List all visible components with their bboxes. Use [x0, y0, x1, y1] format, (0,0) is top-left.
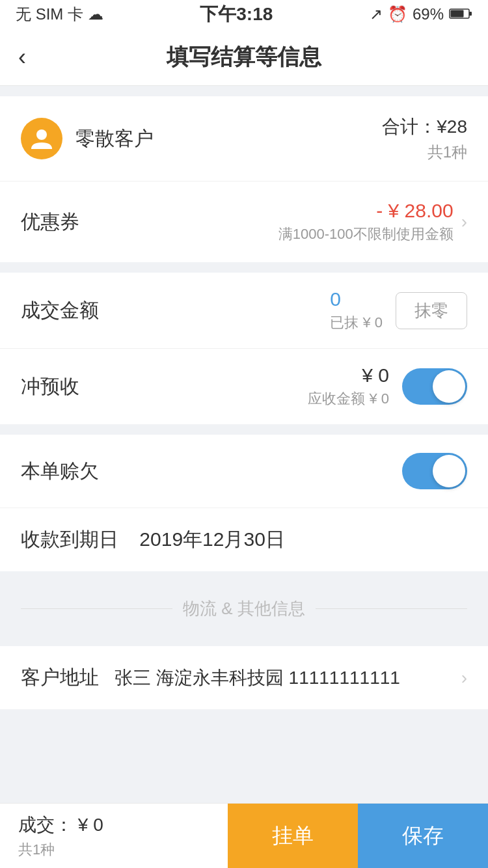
status-bar-right: ↗ ⏰ 69% [370, 5, 472, 23]
deal-section: 成交金额 0 已抹 ¥ 0 抹零 冲预收 ¥ 0 应收金额 ¥ 0 [0, 273, 488, 424]
svg-rect-2 [450, 10, 463, 18]
bottom-bar: 成交： ¥ 0 共1种 挂单 保存 [0, 803, 488, 868]
customer-section: 零散客户 合计：¥28 共1种 优惠券 - ¥ 28.00 满1000-100不… [0, 96, 488, 262]
alarm-icon: ⏰ [388, 5, 407, 23]
status-bar-left: 无 SIM 卡 ☁ [16, 4, 103, 25]
location-icon: ↗ [370, 5, 383, 23]
deal-row: 成交金额 0 已抹 ¥ 0 抹零 [0, 273, 488, 349]
save-button[interactable]: 保存 [358, 804, 488, 868]
toggle-knob [433, 370, 465, 403]
customer-row: 零散客户 合计：¥28 共1种 [0, 96, 488, 181]
no-sim-label: 无 SIM 卡 ☁ [16, 4, 103, 25]
bottom-deal-label: 成交： [18, 815, 73, 835]
nav-bar: ‹ 填写结算等信息 [0, 29, 488, 86]
due-label: 收款到期日 [21, 528, 118, 550]
coupon-chevron-icon: › [461, 211, 467, 232]
customer-right: 合计：¥28 共1种 [382, 115, 467, 163]
coupon-label: 优惠券 [21, 209, 79, 236]
credit-row: 本单赊欠 [0, 435, 488, 508]
bottom-count: 共1种 [18, 840, 210, 860]
battery-label: 69% [413, 5, 444, 23]
deal-right: 0 已抹 ¥ 0 抹零 [330, 288, 467, 332]
coupon-desc: 满1000-100不限制使用金额 [278, 224, 454, 244]
status-bar: 无 SIM 卡 ☁ 下午3:18 ↗ ⏰ 69% [0, 0, 488, 29]
customer-avatar [21, 118, 62, 159]
prepay-row: 冲预收 ¥ 0 应收金额 ¥ 0 [0, 349, 488, 424]
logistics-section: 物流 & 其他信息 [0, 582, 488, 636]
deal-value: 0 [330, 288, 383, 310]
main-content: 零散客户 合计：¥28 共1种 优惠券 - ¥ 28.00 满1000-100不… [0, 96, 488, 785]
prepay-toggle[interactable] [402, 368, 467, 405]
credit-toggle[interactable] [402, 453, 467, 489]
status-bar-time: 下午3:18 [200, 2, 273, 27]
customer-left: 零散客户 [21, 118, 154, 159]
svg-point-3 [36, 129, 47, 140]
deal-value-col: 0 已抹 ¥ 0 [330, 288, 383, 332]
prepay-value: ¥ 0 [308, 364, 389, 387]
battery-icon [449, 5, 472, 23]
coupon-right: - ¥ 28.00 满1000-100不限制使用金额 › [278, 200, 467, 244]
page-title: 填写结算等信息 [167, 42, 321, 72]
prepay-info: ¥ 0 应收金额 ¥ 0 [308, 364, 389, 409]
round-zero-button[interactable]: 抹零 [396, 292, 467, 329]
prepay-sub: 应收金额 ¥ 0 [308, 389, 389, 409]
back-button[interactable]: ‹ [18, 44, 26, 71]
coupon-info: - ¥ 28.00 满1000-100不限制使用金额 [278, 200, 454, 244]
prepay-label: 冲预收 [21, 373, 79, 400]
address-section: 客户地址 张三 海淀永丰科技园 11111111111 › [0, 646, 488, 709]
logistics-label: 物流 & 其他信息 [183, 597, 305, 620]
coupon-row[interactable]: 优惠券 - ¥ 28.00 满1000-100不限制使用金额 › [0, 181, 488, 262]
hang-button[interactable]: 挂单 [228, 804, 358, 868]
credit-section: 本单赊欠 收款到期日 2019年12月30日 [0, 435, 488, 571]
logistics-header: 物流 & 其他信息 [0, 582, 488, 636]
due-date: 2019年12月30日 [139, 528, 284, 550]
bottom-deal-value: ¥ 0 [78, 815, 103, 835]
credit-toggle-knob [433, 455, 465, 487]
address-label: 客户地址 [21, 664, 99, 691]
prepay-right: ¥ 0 应收金额 ¥ 0 [308, 364, 467, 409]
svg-rect-1 [469, 12, 472, 16]
address-chevron-icon: › [461, 668, 467, 688]
deal-sub: 已抹 ¥ 0 [330, 313, 383, 332]
deal-label: 成交金额 [21, 297, 99, 324]
customer-total: 合计：¥28 [382, 115, 467, 139]
bottom-info: 成交： ¥ 0 共1种 [0, 804, 228, 868]
prepay-left: 冲预收 [21, 373, 79, 400]
address-value: 张三 海淀永丰科技园 11111111111 [115, 666, 461, 690]
address-row[interactable]: 客户地址 张三 海淀永丰科技园 11111111111 › [0, 646, 488, 709]
customer-count: 共1种 [382, 142, 467, 163]
due-row: 收款到期日 2019年12月30日 [0, 508, 488, 571]
bottom-deal-row: 成交： ¥ 0 [18, 813, 210, 837]
customer-name: 零散客户 [75, 126, 154, 152]
coupon-discount: - ¥ 28.00 [278, 200, 454, 222]
credit-label: 本单赊欠 [21, 458, 99, 485]
